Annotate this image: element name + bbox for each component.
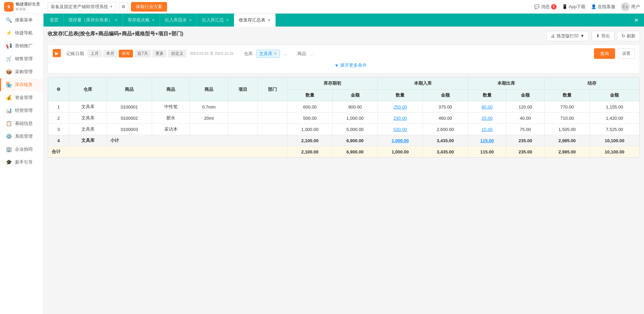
finance-icon: 💰 (6, 95, 12, 101)
subtotal-out-qty[interactable]: 115.00 (468, 135, 506, 146)
cell-in-amt: 2,600.00 (423, 124, 468, 135)
th-setting: ⚙ (48, 78, 69, 101)
sidebar-label: 销售管理 (15, 56, 33, 62)
subtotal-in-qty[interactable]: 1,000.00 (378, 135, 423, 146)
purchase-icon: 📦 (6, 69, 12, 75)
th-out: 本期出库 (468, 78, 544, 89)
tab-close-icon[interactable]: ✕ (189, 18, 192, 22)
cell-in-qty[interactable]: 520.00 (378, 124, 423, 135)
sidebar-label: 新手引导 (15, 159, 33, 165)
total-opening-qty: 2,100.00 (287, 146, 333, 158)
logo-icon: 6 (4, 2, 14, 12)
warehouse-tag-text: 文具库 (259, 51, 273, 57)
warehouse-remove-icon[interactable]: ✕ (274, 51, 277, 56)
refresh-button[interactable]: ↻ 刷新 (617, 31, 640, 41)
query-button[interactable]: 查询 (594, 48, 615, 59)
cell-out-amt: 120.00 (506, 101, 545, 113)
date-label: 记账日期 (66, 51, 84, 57)
sidebar-item-inventory[interactable]: 🏪 库存核算 (0, 78, 43, 91)
cell-out-qty[interactable]: 15.00 (468, 124, 506, 135)
message-button[interactable]: 💬 消息 6 (534, 4, 557, 10)
cell-opening-qty: 500.00 (287, 113, 333, 124)
export-button[interactable]: ⬆ 导出 (592, 31, 614, 41)
sidebar-item-base-info[interactable]: 📋 基础信息 (0, 117, 43, 130)
cell-project (228, 124, 258, 135)
tab-home[interactable]: 首页 (45, 14, 64, 27)
warehouse-more-dots[interactable]: ... (283, 51, 287, 56)
warehouse-tag: 文具库 ✕ (256, 50, 280, 58)
sidebar-item-corp[interactable]: 🏢 企业协同 (0, 143, 43, 156)
expand-filter-button[interactable]: ▼ 展开更多条件 (66, 61, 635, 70)
sidebar-item-sales[interactable]: 🛒 销售管理 (0, 52, 43, 65)
tab-bar-close-icon[interactable]: ✕ (630, 17, 643, 23)
filter-settings-button[interactable]: 设置 (618, 48, 635, 59)
print-button[interactable]: 🖨 拣货版打印 ▼ (546, 31, 589, 41)
tab-close-icon[interactable]: ✕ (226, 18, 229, 22)
tab-summary[interactable]: 出入库汇总 ✕ (197, 14, 234, 27)
goods-more-dots[interactable]: ... (310, 51, 313, 56)
tab-flow[interactable]: 出入库流水 ✕ (160, 14, 197, 27)
tab-recv-send[interactable]: 收发存汇总表 ✕ (234, 14, 276, 27)
logo-area: 6 畅捷通好生意 标准版 (4, 2, 45, 12)
inventory-icon: 🏪 (6, 82, 12, 88)
cell-dept (258, 101, 287, 113)
tab-close-icon[interactable]: ✕ (115, 18, 118, 22)
printer-icon: 🖨 (551, 33, 555, 38)
cell-warehouse: 文具库 (69, 101, 107, 113)
sidebar-item-marketing[interactable]: 📢 营销推广 (0, 39, 43, 52)
date-btn-this-month[interactable]: 本月 (103, 50, 117, 57)
cell-out-qty[interactable]: 80.00 (468, 101, 506, 113)
th-project: 项目 (228, 78, 258, 101)
th-bal-qty: 数量 (545, 89, 590, 101)
page-title: 收发存汇总表(按仓库+商品编码+商品+规格型号+项目+部门) (48, 31, 183, 37)
header-right: 💬 消息 6 📱 App下载 👤 在线客服 Ea 用户 (534, 2, 640, 11)
sidebar-item-newbie[interactable]: 🎓 新手引导 (0, 156, 43, 169)
export-icon: ⬆ (596, 33, 600, 38)
online-service-button[interactable]: 👤 在线客服 (591, 4, 615, 10)
date-btn-last-month[interactable]: 上月 (87, 50, 102, 57)
th-opening-amt: 金额 (332, 89, 378, 101)
cell-in-qty[interactable]: 230.00 (378, 113, 423, 124)
date-btn-this-year[interactable]: 本年 (119, 50, 133, 57)
system-selector[interactable]: 装备及固定资产辅助管理系统 ▼ (48, 2, 116, 11)
th-out-qty: 数量 (468, 89, 506, 101)
cell-bal-amt: 1,420.00 (590, 113, 639, 124)
app-download-button[interactable]: 📱 App下载 (562, 4, 585, 10)
tab-batch[interactable]: 库存批次账 ✕ (123, 14, 160, 27)
date-btn-more[interactable]: 更多 (152, 50, 167, 57)
th-opening-qty: 数量 (287, 89, 333, 101)
cell-project (228, 113, 258, 124)
sidebar-label: 搜索菜单 (15, 17, 33, 23)
cell-out-qty[interactable]: 20.00 (468, 113, 506, 124)
total-in-amt: 3,435.00 (423, 146, 468, 158)
date-btn-7days[interactable]: 近7天 (134, 50, 151, 57)
user-area[interactable]: Ea 用户 (621, 2, 640, 11)
sidebar-item-finance[interactable]: 💰 资金管理 (0, 91, 43, 104)
brand-sub: 标准版 (16, 7, 40, 12)
table-row: 2 文具库 0100002 胶水 20ml 500.00 1,000.00 23… (48, 113, 640, 124)
th-out-amt: 金额 (506, 89, 545, 101)
tab-close-icon[interactable]: ✕ (152, 18, 155, 22)
date-range-text: 2023-01-01 至 2023-12-31 (190, 51, 234, 56)
cell-code: 0100001 (107, 101, 152, 113)
filter-collapse-button[interactable]: ▶ (53, 49, 61, 57)
expand-icon: ▼ (334, 63, 339, 68)
sidebar: 🔍 搜索菜单 ⚡ 快捷导航 📢 营销推广 🛒 销售管理 📦 采购管理 🏪 库存核… (0, 14, 44, 314)
cell-bal-amt: 1,155.00 (590, 101, 639, 113)
sidebar-label: 基础信息 (15, 120, 33, 127)
system-icon: ⚙️ (6, 133, 12, 139)
tab-close-icon[interactable]: ✕ (267, 18, 270, 22)
date-shortcuts: 上月 本月 本年 近7天 更多 自定义 (87, 50, 186, 57)
sidebar-item-system[interactable]: ⚙️ 系统管理 (0, 130, 43, 143)
sidebar-item-quick-nav[interactable]: ⚡ 快捷导航 (0, 27, 43, 39)
tab-stock-dist[interactable]: 现存量（库存分布表） ✕ (64, 14, 123, 27)
total-out-qty: 115.00 (468, 146, 506, 158)
cell-in-qty[interactable]: 250.00 (378, 101, 423, 113)
settings-icon[interactable]: ⚙ (119, 2, 128, 12)
table-row: 1 文具库 0100001 中性笔 0.7mm 600.00 900.00 25… (48, 101, 640, 113)
sidebar-item-search[interactable]: 🔍 搜索菜单 (0, 14, 43, 27)
date-btn-custom[interactable]: 自定义 (168, 50, 186, 57)
trial-button[interactable]: 体验行业方案 (131, 2, 167, 12)
sidebar-item-purchase[interactable]: 📦 采购管理 (0, 65, 43, 78)
sidebar-item-operations[interactable]: 📊 经营管理 (0, 104, 43, 117)
